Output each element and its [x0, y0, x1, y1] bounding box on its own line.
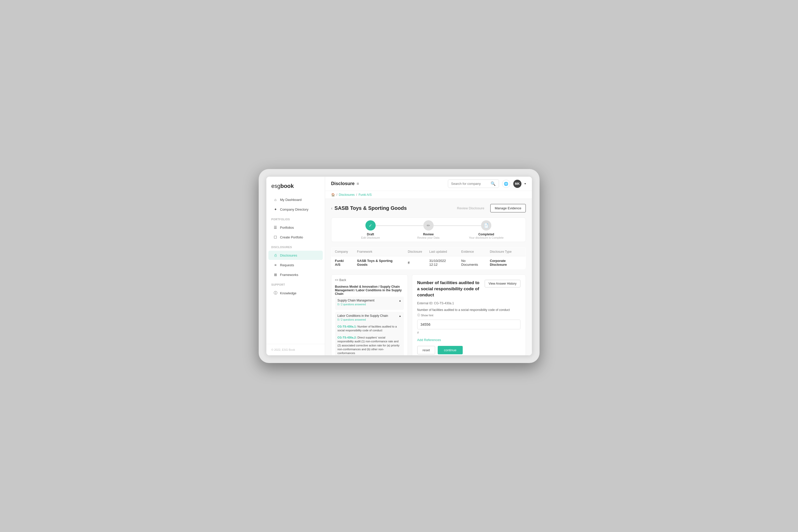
info-circle-icon: ⓘ [417, 313, 420, 317]
header-title: Disclosure ≡ [331, 181, 359, 186]
search-input[interactable] [451, 182, 488, 186]
col-company: Company [331, 247, 353, 256]
sidebar-item-requests[interactable]: ≡ Requests [268, 260, 323, 270]
sidebar-item-knowledge[interactable]: ⓘ Knowledge [268, 288, 323, 298]
action-buttons: reset continue [417, 346, 520, 354]
portfolios-section-label: PORTFOLIOS [266, 214, 325, 222]
support-section-label: SUPPORT [266, 280, 325, 288]
step-review-circle: ✏ [423, 220, 433, 230]
disclosures-section-label: DISCLOSURES [266, 242, 325, 250]
section-header: Business Model & Innovation / Supply Cha… [335, 285, 404, 296]
question-item-430a2[interactable]: CG-TS-430a.2: Direct suppliers' social r… [338, 334, 402, 355]
subsection-supply-chain-progress: 0 / 2 questions answered [338, 303, 402, 306]
cell-disclosure: ff [404, 256, 426, 269]
search-box[interactable]: 🔍 [448, 179, 499, 188]
layers-icon: ⊞ [274, 273, 278, 277]
cell-framework: SASB Toys & Sporting Goods [353, 256, 404, 269]
app-header: Disclosure ≡ 🔍 🌐 MK ▾ [325, 177, 532, 191]
add-references-link[interactable]: Add References [417, 338, 441, 342]
page-header: ‹ SASB Toys & Sporting Goods Review Disc… [331, 204, 526, 212]
subsection-labor-label: Labor Conditions in the Supply Chain [338, 314, 388, 318]
col-evidence: Evidence [458, 247, 486, 256]
step-draft-label: Draft [367, 232, 374, 236]
continue-button[interactable]: continue [438, 346, 462, 354]
back-arrow-icon[interactable]: ‹ [331, 206, 333, 211]
sidebar-nav: ⌂ My Dashboard ✦ Company Directory PORTF… [266, 194, 325, 344]
reset-button[interactable]: reset [417, 346, 435, 354]
sidebar-footer: © 2022, ESG Book [266, 344, 325, 355]
subsection-supply-chain: Supply Chain Management ▲ 0 / 2 question… [335, 297, 404, 310]
question-item-430a1[interactable]: CG-TS-430a.1: Number of facilities audit… [338, 323, 402, 334]
unit-label: # [417, 331, 520, 335]
menu-icon[interactable]: ≡ [357, 182, 359, 186]
sidebar: esgbook ⌂ My Dashboard ✦ Company Directo… [266, 177, 325, 355]
cell-company: Funki A/S [331, 256, 353, 269]
sidebar-item-dashboard[interactable]: ⌂ My Dashboard [268, 195, 323, 204]
subsection-supply-chain-label: Supply Chain Management [338, 299, 375, 302]
sidebar-item-create-portfolio[interactable]: ☐ Create Portfolio [268, 232, 323, 242]
field-label: Number of facilities audited to a social… [417, 308, 520, 312]
chevron-up-icon-2[interactable]: ▲ [399, 315, 402, 317]
step-draft-circle: ✓ [366, 220, 376, 230]
table-row: Funki A/S SASB Toys & Sporting Goods ff … [331, 256, 525, 269]
col-disclosure: Disclosure [404, 247, 426, 256]
file-icon: ☐ [274, 235, 278, 239]
globe-icon-button[interactable]: 🌐 [502, 180, 510, 188]
asterisk-icon: ✦ [274, 207, 278, 211]
bottom-split: << Back Business Model & Innovation / Su… [331, 274, 526, 355]
answer-input[interactable] [417, 320, 520, 329]
step-completed-sublabel: Your disclosure is Complete [469, 236, 504, 239]
manage-evidence-button[interactable]: Manage Evidence [490, 204, 525, 212]
col-last-updated: Last updated [426, 247, 458, 256]
search-icon: 🔍 [490, 181, 496, 186]
step-completed-circle: 📄 [481, 220, 491, 230]
question-id-430a1: CG-TS-430a.1: [338, 325, 357, 328]
progress-steps: ✓ Draft Edit Disclosure ✏ Review Review … [331, 217, 526, 242]
chevron-up-icon[interactable]: ▲ [399, 299, 402, 302]
cell-evidence: No Documents [458, 256, 486, 269]
sidebar-item-company-directory[interactable]: ✦ Company Directory [268, 205, 323, 214]
question-id-430a2: CG-TS-430a.2: [338, 336, 357, 339]
main-content: Disclosure ≡ 🔍 🌐 MK ▾ 🏠 / Disclosures / … [325, 177, 532, 355]
question-title: Number of facilities audited to a social… [417, 280, 481, 298]
info-table: Company Framework Disclosure Last update… [331, 247, 526, 269]
grid-icon: ☰ [274, 225, 278, 229]
home-icon: ⌂ [274, 197, 278, 202]
back-link[interactable]: << Back [335, 278, 404, 282]
sidebar-item-frameworks[interactable]: ⊞ Frameworks [268, 270, 323, 279]
right-panel: Number of facilities audited to a social… [412, 274, 526, 355]
breadcrumb: 🏠 / Disclosures / Funki A/S [325, 191, 532, 199]
col-framework: Framework [353, 247, 404, 256]
cell-disclosure-type: Corporate Disclosure [486, 256, 525, 269]
step-completed: 📄 Completed Your disclosure is Complete [457, 220, 515, 239]
disclosures-breadcrumb[interactable]: Disclosures [339, 193, 355, 196]
company-breadcrumb[interactable]: Funki A/S [358, 193, 372, 196]
chevron-down-icon[interactable]: ▾ [524, 182, 526, 185]
step-review-label: Review [423, 232, 433, 236]
page-title: SASB Toys & Sporting Goods [335, 205, 407, 211]
home-breadcrumb[interactable]: 🏠 [331, 193, 335, 196]
cell-last-updated: 31/10/2022 12:12 [426, 256, 458, 269]
step-review: ✏ Review Review your Data [400, 220, 457, 239]
show-hint-button[interactable]: ⓘ Show hint [417, 313, 520, 317]
subsection-labor-progress: 0 / 2 questions answered [338, 318, 402, 321]
step-draft: ✓ Draft Edit Disclosure [342, 220, 400, 239]
app-logo: esgbook [266, 177, 325, 194]
printer-icon: ⎙ [274, 253, 278, 257]
sidebar-item-disclosures[interactable]: ⎙ Disclosures [268, 251, 323, 260]
step-draft-sublabel: Edit Disclosure [361, 236, 380, 239]
review-disclosure-button[interactable]: Review Disclosure [453, 204, 488, 212]
step-completed-label: Completed [478, 232, 494, 236]
page-content: ‹ SASB Toys & Sporting Goods Review Disc… [325, 199, 532, 355]
list-icon: ≡ [274, 263, 278, 267]
left-panel: << Back Business Model & Innovation / Su… [331, 274, 408, 355]
info-icon: ⓘ [274, 291, 278, 296]
step-review-sublabel: Review your Data [417, 236, 440, 239]
external-id: External ID: CG-TS-430a.1 [417, 302, 520, 305]
view-answer-history-button[interactable]: View Answer History [485, 280, 520, 287]
col-disclosure-type: Disclosure Type [486, 247, 525, 256]
avatar[interactable]: MK [513, 180, 521, 188]
subsection-labor: Labor Conditions in the Supply Chain ▲ 0… [335, 312, 404, 355]
sidebar-item-portfolios[interactable]: ☰ Portfolios [268, 223, 323, 232]
